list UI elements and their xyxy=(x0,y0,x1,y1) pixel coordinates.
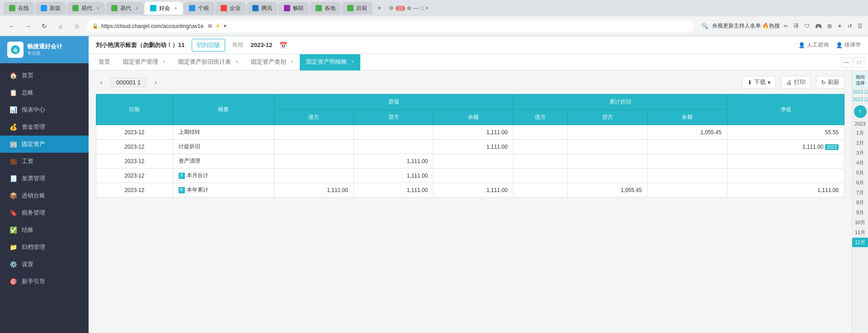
tab-close-icon[interactable]: × xyxy=(175,6,177,11)
tab-dep-stats-close[interactable]: × xyxy=(236,59,238,64)
switch-version-button[interactable]: 切到旧版 xyxy=(192,39,225,52)
browser-tab-geshui[interactable]: 个税 xyxy=(184,2,214,14)
sidebar-item-invoice[interactable]: 🧾 发票管理 xyxy=(0,170,89,187)
sidebar-item-closing[interactable]: ✅ 结账 xyxy=(0,221,89,239)
search-area[interactable]: 🔍 央视更新主持人名单 🔥热搜 xyxy=(702,22,780,30)
home-button[interactable]: ⌂ xyxy=(54,20,67,33)
col-yuanzhi-debit: 借方 xyxy=(274,110,354,125)
sidebar-item-fixed-assets[interactable]: 🏢 固定资产 xyxy=(0,136,89,153)
back-button[interactable]: ← xyxy=(5,20,18,33)
desc-text: 本月合计 xyxy=(187,172,208,179)
month-item-8[interactable]: 8月 xyxy=(852,198,868,208)
month-item-6[interactable]: 6月 xyxy=(852,178,868,188)
month-item-9[interactable]: 9月 xyxy=(852,208,868,218)
sidebar-menu: 🏠 首页 📋 总账 📊 报表中心 💰 资金管理 🏢 固定资产 💼 工资 xyxy=(0,63,89,333)
new-tab-button[interactable]: + xyxy=(373,2,386,14)
service-icon: 👤 xyxy=(798,42,805,48)
browser-tab-new[interactable]: 新版 xyxy=(35,2,66,14)
cell-date: 2023-12 xyxy=(96,154,173,169)
sun-icon[interactable]: ☀ xyxy=(837,23,842,29)
tab-asset-detail-ledger[interactable]: 固定资产明细账 × xyxy=(300,54,361,70)
print-button[interactable]: 🖨 打印 xyxy=(781,76,811,89)
cell-leiji-debit xyxy=(513,140,568,154)
prev-page-button[interactable]: ‹ xyxy=(96,77,107,88)
sidebar-item-cash[interactable]: 💰 资金管理 xyxy=(0,118,89,136)
month-item-7[interactable]: 7月 xyxy=(852,188,868,198)
col-leiji-balance: 余额 xyxy=(647,110,727,125)
download-dropdown-icon: ▾ xyxy=(768,79,771,86)
browser-tab-yidai2[interactable]: 易代 × xyxy=(106,2,144,14)
month-item-5[interactable]: 5月 xyxy=(852,168,868,178)
sidebar-item-home[interactable]: 🏠 首页 xyxy=(0,67,89,84)
sidebar-item-tax[interactable]: 🔖 税务管理 xyxy=(0,204,89,221)
period-selected-end[interactable]: 2023.12 xyxy=(852,96,868,103)
sidebar-label-payroll: 工资 xyxy=(22,157,33,165)
sidebar-item-general-ledger[interactable]: 📋 总账 xyxy=(0,84,89,101)
logo-text-area: 畅捷通好会计 专业版 xyxy=(27,43,62,56)
sidebar-item-archive[interactable]: 📁 归档管理 xyxy=(0,239,89,256)
sidebar-item-reports[interactable]: 📊 报表中心 xyxy=(0,101,89,118)
tab-asset-category[interactable]: 固定资产类别 × xyxy=(245,54,300,70)
browser-tab-yidai1[interactable]: 易代 × xyxy=(67,2,105,14)
tab-close-icon[interactable]: × xyxy=(136,6,138,11)
tab-favicon xyxy=(316,5,322,11)
user-icon: 👤 xyxy=(836,42,843,48)
url-text: https://cloud.chanjet.com/accounting/uw1… xyxy=(101,23,203,29)
reload-button[interactable]: ↻ xyxy=(38,20,51,33)
month-item-11[interactable]: 11月 xyxy=(852,228,868,238)
calendar-icon[interactable]: 📅 xyxy=(279,42,287,49)
scissors-icon[interactable]: ✂ xyxy=(783,23,788,29)
browser-tab-gedi[interactable]: 各地 xyxy=(310,2,341,14)
cell-leiji-balance: 1,055.45 xyxy=(647,125,727,140)
month-item-1[interactable]: 1月 xyxy=(852,128,868,138)
grid-icon[interactable]: ⊞ xyxy=(827,23,832,29)
sidebar-item-guide[interactable]: 🎯 新手引导 xyxy=(0,273,89,290)
download-button[interactable]: ⬇ 下载 ▾ xyxy=(742,76,776,89)
period-selected-start[interactable]: 2023.12 xyxy=(852,88,868,96)
tab-depreciation-stats[interactable]: 固定资产折旧统计表 × xyxy=(172,54,245,70)
cell-yuanzhi-credit xyxy=(354,125,433,140)
tab-fa-mgmt-close[interactable]: × xyxy=(163,59,165,64)
translate-icon[interactable]: 译 xyxy=(793,22,799,30)
bookmark-button[interactable]: ☆ xyxy=(71,20,83,33)
switch-version-label: 切到旧版 xyxy=(197,41,220,49)
forward-button[interactable]: → xyxy=(22,20,34,33)
month-item-2[interactable]: 2月 xyxy=(852,138,868,148)
tab-category-close[interactable]: × xyxy=(291,59,293,64)
user-profile-button[interactable]: 👤 徐译华 xyxy=(836,41,861,49)
month-item-4[interactable]: 4月 xyxy=(852,158,868,168)
minimize-window-button[interactable]: — xyxy=(841,57,852,68)
gamepad-icon[interactable]: 🎮 xyxy=(815,23,822,29)
menu-icon[interactable]: ☰ xyxy=(858,23,863,29)
next-page-button[interactable]: › xyxy=(150,77,161,88)
history-back-icon[interactable]: ↺ xyxy=(848,23,852,29)
browser-tab-tengxun[interactable]: 腾讯 xyxy=(247,2,278,14)
tab-home[interactable]: 首页 xyxy=(92,54,117,70)
maximize-window-button[interactable]: □ xyxy=(854,57,864,68)
tab-label: 好会 xyxy=(159,5,170,12)
browser-tab-online[interactable]: 在线 xyxy=(4,2,34,14)
tab-detail-close[interactable]: × xyxy=(352,59,354,64)
browser-tab-chang[interactable]: 畅联 xyxy=(278,2,309,14)
sidebar-item-inventory[interactable]: 📦 进销台账 xyxy=(0,187,89,204)
tab-fixed-assets-mgmt[interactable]: 固定资产管理 × xyxy=(117,54,172,70)
month-item-3[interactable]: 3月 xyxy=(852,148,868,158)
summary-icon: 月 xyxy=(179,173,185,179)
month-item-12[interactable]: 12月 xyxy=(852,238,868,248)
month-item-10[interactable]: 10月 xyxy=(852,218,868,228)
tab-close-icon[interactable]: × xyxy=(97,6,99,11)
customer-service-button[interactable]: 👤 人工咨询 xyxy=(798,41,829,49)
month-item-2023[interactable]: 2023 xyxy=(852,120,868,128)
address-input[interactable]: 🔒 https://cloud.chanjet.com/accounting/u… xyxy=(87,20,694,33)
refresh-button[interactable]: ↻ 刷新 xyxy=(816,76,844,89)
browser-tab-haohui[interactable]: 好会 × xyxy=(145,2,183,14)
shield-icon[interactable]: 🛡 xyxy=(804,23,810,29)
sidebar-item-payroll[interactable]: 💼 工资 xyxy=(0,153,89,170)
scroll-up-circle[interactable]: ↑ xyxy=(854,105,867,118)
cell-yuanzhi-balance: 1,111.00 xyxy=(434,140,513,154)
guide-icon: 🎯 xyxy=(9,277,17,286)
cell-yuanzhi-debit xyxy=(274,125,354,140)
browser-tab-muqian[interactable]: 目前 xyxy=(342,2,373,14)
browser-tab-qiye[interactable]: 企业 xyxy=(215,2,246,14)
sidebar-item-settings[interactable]: ⚙️ 设置 xyxy=(0,256,89,273)
